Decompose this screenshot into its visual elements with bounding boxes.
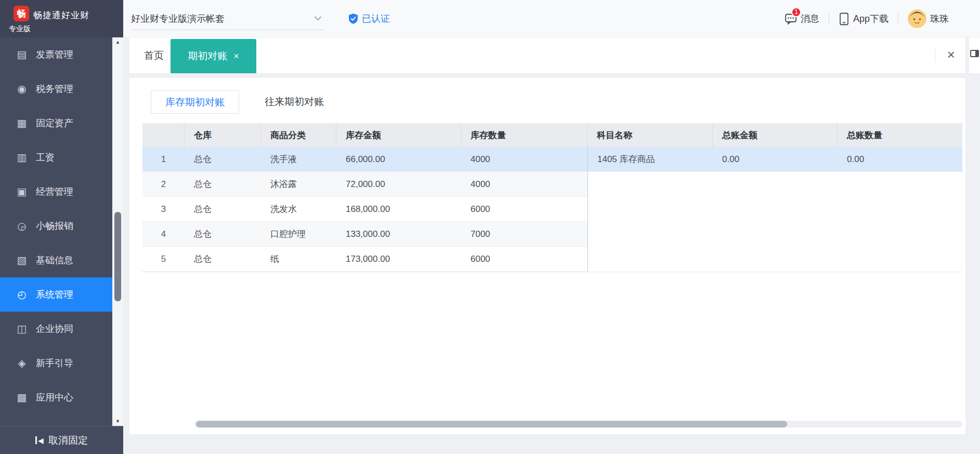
header-account-name: 科目名称 <box>587 123 713 147</box>
panel-toggle-icon[interactable] <box>970 50 979 57</box>
messages-count-badge: 1 <box>791 7 801 17</box>
sidebar: 畅 畅捷通好业财 专业版 ▤ 发票管理 ◉ 税务管理 ▦ 固定资产 ▥ 工资 ▣ <box>0 0 123 454</box>
tab-home[interactable]: 首页 <box>139 37 169 73</box>
cell-account-name <box>587 247 713 272</box>
tab-receivables-opening[interactable]: 往来期初对账 <box>251 90 338 114</box>
expense-icon: ◶ <box>16 220 28 232</box>
cell-stock-amount: 173,000.00 <box>336 247 461 272</box>
cell-ledger-amount <box>713 197 838 222</box>
sidebar-scrollbar[interactable]: ▲ ▼ <box>112 37 123 426</box>
cell-stock-qty: 4000 <box>461 172 587 197</box>
fixed-assets-icon: ▦ <box>16 117 28 129</box>
sidebar-item-label: 基础信息 <box>36 254 73 266</box>
table-row[interactable]: 5 总仓 纸 173,000.00 6000 <box>142 247 962 272</box>
sidebar-item-label: 固定资产 <box>36 117 73 129</box>
header-stock-qty: 库存数量 <box>461 123 587 147</box>
topbar-actions: 1 消息 App下载 <box>785 0 949 37</box>
messages-label: 消息 <box>801 12 819 25</box>
unpin-sidebar-button[interactable]: ◀ 取消固定 <box>0 426 123 454</box>
system-icon: ◴ <box>16 288 28 301</box>
sidebar-item-fixed-assets[interactable]: ▦ 固定资产 <box>0 106 112 140</box>
avatar <box>908 9 926 28</box>
sidebar-item-expense[interactable]: ◶ 小畅报销 <box>0 209 112 243</box>
phone-icon <box>839 12 850 25</box>
header-warehouse: 仓库 <box>185 123 261 147</box>
app-center-icon: ▩ <box>16 391 28 404</box>
cell-stock-qty: 6000 <box>461 197 587 222</box>
table-row[interactable]: 2 总仓 沐浴露 72,000.00 4000 <box>142 172 962 197</box>
brand-title: 畅捷通好业财 <box>33 9 89 21</box>
divider <box>829 13 829 24</box>
table-row[interactable]: 4 总仓 口腔护理 133,000.00 7000 <box>142 222 962 247</box>
horizontal-scrollbar-thumb[interactable] <box>196 421 787 428</box>
username: 珠珠 <box>930 12 949 25</box>
base-info-icon: ▧ <box>16 254 28 266</box>
cell-ledger-qty: 0.00 <box>838 147 962 172</box>
sidebar-item-label: 经营管理 <box>36 185 73 198</box>
cell-stock-amount: 72,000.00 <box>336 172 461 197</box>
cell-ledger-amount <box>713 172 838 197</box>
cell-warehouse: 总仓 <box>185 172 261 197</box>
sidebar-item-system[interactable]: ◴ 系统管理 <box>0 277 112 312</box>
cell-stock-qty: 6000 <box>461 247 587 272</box>
header-category: 商品分类 <box>261 123 336 147</box>
guide-icon: ◈ <box>16 357 28 369</box>
messages-button[interactable]: 1 消息 <box>785 12 819 25</box>
shield-check-icon <box>348 13 358 24</box>
brand-header: 畅 畅捷通好业财 专业版 <box>0 0 123 37</box>
brand-edition-label: 专业版 <box>9 24 31 34</box>
divider <box>898 13 898 24</box>
app-download-button[interactable]: App下载 <box>839 12 888 25</box>
sidebar-scrollbar-thumb[interactable] <box>114 212 121 301</box>
cell-account-name <box>587 172 713 197</box>
tab-close-icon[interactable]: × <box>233 51 239 61</box>
sidebar-item-payroll[interactable]: ▥ 工资 <box>0 140 112 175</box>
unpin-label: 取消固定 <box>48 434 88 447</box>
scroll-down-icon[interactable]: ▼ <box>112 417 123 426</box>
table-row[interactable]: 1 总仓 洗手液 66,000.00 4000 1405 库存商品 0.00 0… <box>142 147 962 172</box>
tab-inventory-opening[interactable]: 库存期初对账 <box>151 90 239 114</box>
sidebar-item-label: 应用中心 <box>36 391 73 404</box>
content-tabs: 库存期初对账 往来期初对账 <box>151 90 338 114</box>
horizontal-scrollbar[interactable] <box>194 421 962 428</box>
sidebar-item-base-info[interactable]: ▧ 基础信息 <box>0 243 112 277</box>
sidebar-item-label: 系统管理 <box>36 288 73 301</box>
close-current-tab-button[interactable]: × <box>944 37 958 73</box>
sidebar-item-label: 新手引导 <box>36 357 73 369</box>
cell-stock-amount: 133,000.00 <box>336 222 461 247</box>
cell-account-name: 1405 库存商品 <box>587 147 713 172</box>
account-set-select[interactable]: 好业财专业版演示帐套 <box>131 7 325 30</box>
cell-stock-qty: 7000 <box>461 222 587 247</box>
cell-index: 5 <box>142 247 185 272</box>
certified-badge[interactable]: 已认证 <box>348 0 390 37</box>
sidebar-item-collaboration[interactable]: ◫ 企业协同 <box>0 312 112 346</box>
sidebar-item-label: 企业协同 <box>36 323 73 335</box>
app-download-label: App下载 <box>853 12 888 25</box>
collaboration-icon: ◫ <box>16 323 28 335</box>
app-window: 畅 畅捷通好业财 专业版 ▤ 发票管理 ◉ 税务管理 ▦ 固定资产 ▥ 工资 ▣ <box>0 0 980 454</box>
page-tabbar: 首页 期初对账 × × <box>129 37 965 73</box>
cell-ledger-qty <box>838 197 962 222</box>
tab-opening-balance[interactable]: 期初对账 × <box>171 39 256 73</box>
sidebar-item-tax[interactable]: ◉ 税务管理 <box>0 72 112 106</box>
cell-index: 2 <box>142 172 185 197</box>
cell-stock-qty: 4000 <box>461 147 587 172</box>
sidebar-item-operations[interactable]: ▣ 经营管理 <box>0 175 112 209</box>
cell-ledger-amount <box>713 247 838 272</box>
cell-warehouse: 总仓 <box>185 147 261 172</box>
cell-ledger-qty <box>838 222 962 247</box>
sidebar-item-invoice[interactable]: ▤ 发票管理 <box>0 37 112 72</box>
cell-ledger-amount <box>713 222 838 247</box>
scroll-up-icon[interactable]: ▲ <box>112 37 123 47</box>
cell-account-name <box>587 197 713 222</box>
account-set-value: 好业财专业版演示帐套 <box>131 12 225 25</box>
cell-category: 纸 <box>261 247 336 272</box>
sidebar-item-app-center[interactable]: ▩ 应用中心 <box>0 380 112 415</box>
sidebar-item-guide[interactable]: ◈ 新手引导 <box>0 346 112 380</box>
table-row[interactable]: 3 总仓 洗发水 168,000.00 6000 <box>142 197 962 222</box>
cell-ledger-qty <box>838 247 962 272</box>
header-ledger-amount: 总账金额 <box>713 123 838 147</box>
unpin-icon: ◀ <box>35 436 44 445</box>
user-menu[interactable]: 珠珠 <box>908 9 949 28</box>
cell-index: 3 <box>142 197 185 222</box>
